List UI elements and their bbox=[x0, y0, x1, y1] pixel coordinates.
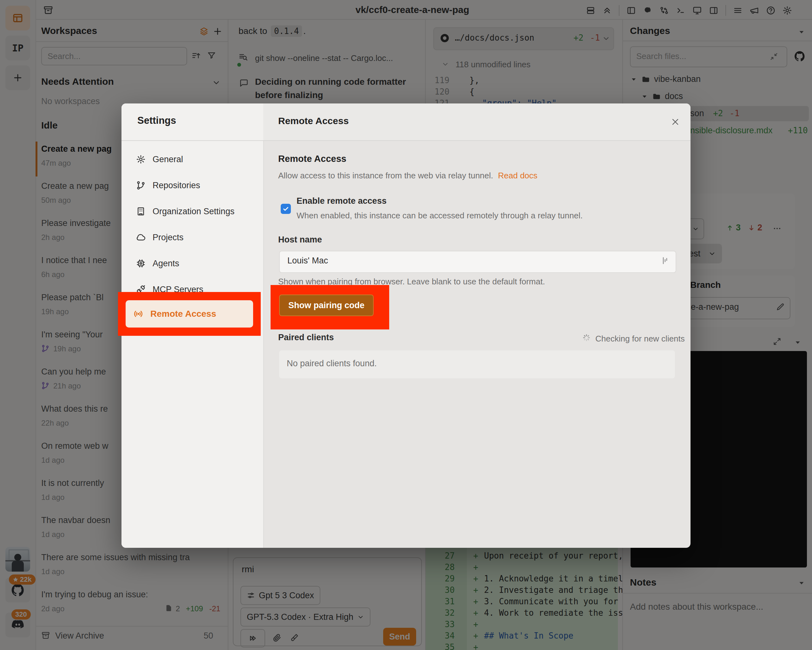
annotation-box-pairing-button: Show pairing code bbox=[270, 285, 389, 329]
check-icon bbox=[282, 205, 289, 212]
host-name-input[interactable]: Louis' Mac bbox=[279, 251, 676, 273]
paired-clients-box: No paired clients found. bbox=[279, 350, 675, 378]
app-window: vk/ccf0-create-a-new-pag IP bbox=[0, 0, 812, 650]
remote-access-heading: Remote Access bbox=[278, 154, 346, 164]
close-icon[interactable] bbox=[670, 117, 680, 127]
host-name-value: Louis' Mac bbox=[287, 256, 328, 266]
paired-clients-empty: No paired clients found. bbox=[287, 359, 377, 369]
nav-general[interactable]: General bbox=[130, 148, 260, 171]
enable-remote-label[interactable]: Enable remote access bbox=[296, 196, 387, 206]
nav-remote-access[interactable]: Remote Access bbox=[126, 300, 253, 327]
modal-title: Remote Access bbox=[278, 116, 349, 126]
remote-access-description: Allow access to this instance from the w… bbox=[278, 171, 537, 180]
nav-projects[interactable]: Projects bbox=[130, 226, 260, 249]
git-branch-icon bbox=[136, 180, 146, 190]
host-name-label: Host name bbox=[278, 235, 322, 245]
paired-clients-heading: Paired clients bbox=[278, 333, 334, 343]
building-icon bbox=[136, 206, 146, 216]
cloud-icon bbox=[136, 232, 146, 242]
nav-repositories[interactable]: Repositories bbox=[130, 174, 260, 197]
read-docs-link[interactable]: Read docs bbox=[498, 171, 537, 180]
enable-remote-checkbox[interactable] bbox=[281, 204, 291, 214]
nav-agents[interactable]: Agents bbox=[130, 252, 260, 275]
gear-icon bbox=[136, 154, 146, 164]
radio-icon bbox=[133, 309, 143, 319]
show-pairing-code-button[interactable]: Show pairing code bbox=[279, 295, 374, 316]
nav-organization-settings[interactable]: Organization Settings bbox=[130, 200, 260, 223]
cpu-icon bbox=[136, 258, 146, 268]
spinner-icon bbox=[582, 333, 591, 342]
checking-clients-status: Checking for new clients bbox=[595, 334, 685, 344]
enable-remote-sub: When enabled, this instance can be acces… bbox=[296, 211, 583, 220]
text-cursor-bars-icon bbox=[660, 256, 669, 265]
annotation-box-remote-access: Remote Access bbox=[118, 292, 261, 336]
settings-title: Settings bbox=[137, 115, 176, 126]
